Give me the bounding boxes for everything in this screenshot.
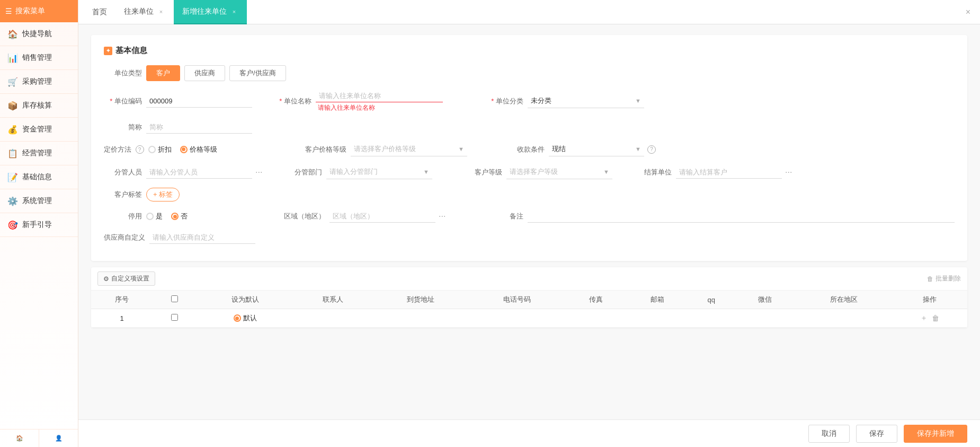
settlement-unit-input[interactable] xyxy=(676,166,782,179)
sidebar-user-btn[interactable]: 👤 xyxy=(39,430,78,447)
radio-discount-label: 折扣 xyxy=(158,145,172,154)
unit-type-customer-btn[interactable]: 客户 xyxy=(146,65,180,81)
radio-discount[interactable]: 折扣 xyxy=(148,145,172,154)
payment-terms-select[interactable]: 现结 ▼ xyxy=(549,142,644,156)
tab-bar-close-btn[interactable]: × xyxy=(961,7,975,17)
col-delivery: 到货地址 xyxy=(372,291,469,309)
sidebar-item-system[interactable]: ⚙️系统管理 xyxy=(0,189,78,213)
sidebar-item-operations[interactable]: 📋经营管理 xyxy=(0,142,78,165)
sidebar-item-label: 库存核算 xyxy=(22,101,52,110)
cell-region xyxy=(796,309,892,328)
default-radio[interactable]: 默认 xyxy=(202,313,288,323)
pricing-help-icon[interactable]: ? xyxy=(136,145,144,154)
remark-field: 备注 xyxy=(485,210,955,223)
region-label: 区域（地区） xyxy=(284,212,329,221)
radio-price-level-circle xyxy=(180,146,188,153)
supplier-custom-row: 供应商自定义 xyxy=(104,231,955,244)
sidebar-home-btn[interactable]: 🏠 xyxy=(0,430,39,447)
default-radio-circle xyxy=(234,314,241,322)
save-new-button[interactable]: 保存并新增 xyxy=(904,425,967,443)
sidebar-item-quick-nav[interactable]: 🏠快捷导航 xyxy=(0,22,78,46)
manager-input[interactable] xyxy=(146,166,252,179)
payment-terms-value: 现结 xyxy=(552,144,566,154)
customer-level-placeholder: 请选择客户等级 xyxy=(510,167,558,177)
settlement-unit-field: 结算单位 ··· xyxy=(634,166,955,179)
payment-terms-field: 收款条件 现结 ▼ ? xyxy=(506,142,955,156)
customer-level-label: 客户等级 xyxy=(464,168,506,177)
short-name-input[interactable] xyxy=(146,121,252,134)
customer-level-field: 客户等级 请选择客户等级 ▼ xyxy=(464,165,634,179)
payment-help-icon[interactable]: ? xyxy=(647,145,656,154)
sidebar-item-sales[interactable]: 📊销售管理 xyxy=(0,46,78,70)
customer-level-select[interactable]: 请选择客户等级 ▼ xyxy=(506,165,612,179)
unit-type-supplier-btn[interactable]: 供应商 xyxy=(184,65,225,81)
system-icon: ⚙️ xyxy=(7,196,18,206)
department-select[interactable]: 请输入分管部门 ▼ xyxy=(326,165,432,179)
region-field: 区域（地区） ··· xyxy=(284,210,485,223)
radio-yes[interactable]: 是 xyxy=(146,212,163,221)
col-default: 设为默认 xyxy=(197,291,293,309)
unit-name-input[interactable] xyxy=(316,90,443,102)
radio-no[interactable]: 否 xyxy=(171,212,188,221)
department-label: 分管部门 xyxy=(284,168,326,177)
sidebar-item-guide[interactable]: 🎯新手引导 xyxy=(0,213,78,237)
row-checkbox[interactable] xyxy=(171,314,178,321)
batch-delete-label: 批量删除 xyxy=(936,274,961,283)
settlement-more-btn[interactable]: ··· xyxy=(782,168,795,177)
sidebar-item-inventory[interactable]: 📦库存核算 xyxy=(0,94,78,118)
customer-price-level-field: 客户价格等级 请选择客户价格等级 ▼ xyxy=(305,142,506,156)
custom-settings-label: 自定义项设置 xyxy=(111,274,149,283)
unit-type-both-btn[interactable]: 客户/供应商 xyxy=(229,65,286,81)
save-button[interactable]: 保存 xyxy=(856,425,897,443)
batch-delete-btn[interactable]: 🗑 批量删除 xyxy=(927,274,961,283)
tab-new-counterparty-close[interactable]: × xyxy=(230,7,238,16)
sidebar-item-basic-info[interactable]: 📝基础信息 xyxy=(0,165,78,189)
radio-price-level[interactable]: 价格等级 xyxy=(180,145,217,154)
table-header-row: 序号 设为默认 联系人 到货地址 电话号码 传真 邮箱 qq 微信 所在地区 xyxy=(91,291,967,309)
col-seq: 序号 xyxy=(91,291,153,309)
select-all-checkbox[interactable] xyxy=(171,295,178,302)
section-title: ✦ 基本信息 xyxy=(104,46,955,56)
sidebar-item-purchase[interactable]: 🛒采购管理 xyxy=(0,70,78,94)
tab-counterparty-close[interactable]: × xyxy=(157,7,165,16)
tags-row: 客户标签 + 标签 xyxy=(104,188,955,201)
region-more-btn[interactable]: ··· xyxy=(435,212,449,221)
search-icon: ☰ xyxy=(5,7,12,15)
pricing-method-field: 定价方法 ? 折扣 价格等级 xyxy=(104,145,305,154)
cell-contact xyxy=(293,309,372,328)
customer-price-level-placeholder: 请选择客户价格等级 xyxy=(354,144,416,154)
tab-counterparty[interactable]: 往来单位 × xyxy=(115,0,174,24)
tab-new-counterparty[interactable]: 新增往来单位 × xyxy=(174,0,247,24)
customer-price-level-label: 客户价格等级 xyxy=(305,145,351,154)
sidebar: ☰ 搜索菜单 🏠快捷导航📊销售管理🛒采购管理📦库存核算💰资金管理📋经营管理📝基础… xyxy=(0,0,78,447)
supplier-custom-input[interactable] xyxy=(149,231,255,244)
cell-checkbox xyxy=(153,309,197,328)
home-icon: 🏠 xyxy=(16,435,23,442)
search-menu-btn[interactable]: ☰ 搜索菜单 xyxy=(0,0,78,22)
unit-name-input-group: 请输入往来单位名称 xyxy=(316,90,485,112)
unit-code-field: 单位编码 xyxy=(104,95,273,108)
delete-row-btn[interactable]: 🗑 xyxy=(932,314,939,322)
department-field: 分管部门 请输入分管部门 ▼ xyxy=(284,165,464,179)
custom-settings-btn[interactable]: ⚙ 自定义项设置 xyxy=(97,271,155,286)
unit-category-select[interactable]: 未分类 ▼ xyxy=(528,94,644,108)
region-input[interactable] xyxy=(329,210,435,223)
unit-type-label: 单位类型 xyxy=(104,68,146,78)
customer-price-level-select[interactable]: 请选择客户价格等级 ▼ xyxy=(351,142,467,156)
cancel-button[interactable]: 取消 xyxy=(808,425,850,443)
add-tag-btn[interactable]: + 标签 xyxy=(146,188,180,201)
unit-code-input[interactable] xyxy=(146,95,252,108)
sidebar-bottom: 🏠 👤 xyxy=(0,429,78,447)
add-row-btn[interactable]: ＋ xyxy=(920,313,928,323)
col-contact: 联系人 xyxy=(293,291,372,309)
remark-input[interactable] xyxy=(528,210,955,223)
manager-more-btn[interactable]: ··· xyxy=(252,168,265,177)
radio-yes-label: 是 xyxy=(156,212,163,221)
cell-seq: 1 xyxy=(91,309,153,328)
tab-home[interactable]: 首页 xyxy=(84,0,115,24)
sidebar-item-label: 资金管理 xyxy=(22,125,52,134)
payment-terms-label: 收款条件 xyxy=(506,145,549,154)
section-title-icon: ✦ xyxy=(104,47,112,55)
radio-no-label: 否 xyxy=(181,212,188,221)
sidebar-item-finance[interactable]: 💰资金管理 xyxy=(0,118,78,142)
